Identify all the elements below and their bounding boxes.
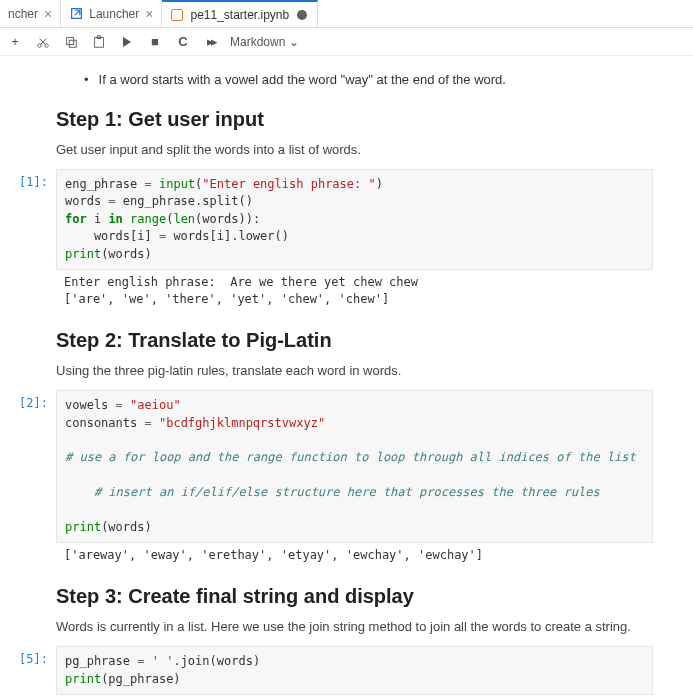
output-prompt <box>0 543 56 568</box>
cell-type-dropdown[interactable]: Markdown ⌄ <box>230 35 299 49</box>
close-icon[interactable]: × <box>145 6 153 22</box>
svg-rect-5 <box>95 37 104 47</box>
code-input[interactable]: eng_phrase = input("Enter english phrase… <box>56 169 653 270</box>
svg-rect-3 <box>67 37 74 44</box>
cell-type-label: Markdown <box>230 35 285 49</box>
step3-heading: Step 3: Create final string and display <box>56 581 653 611</box>
code-cell-2[interactable]: [2]: vowels = "aeiou" consonants = "bcdf… <box>0 390 653 569</box>
output-prompt <box>0 270 56 313</box>
notebook-toolbar: + ■ C ▸▸ Markdown ⌄ <box>0 28 693 56</box>
svg-rect-4 <box>69 40 76 47</box>
run-all-button[interactable]: ▸▸ <box>202 33 220 51</box>
notebook-body: If a word starts with a vowel add the wo… <box>0 56 693 700</box>
step1-heading: Step 1: Get user input <box>56 104 653 134</box>
code-input[interactable]: vowels = "aeiou" consonants = "bcdfghjkl… <box>56 390 653 543</box>
stop-button[interactable]: ■ <box>146 33 164 51</box>
dirty-indicator-icon <box>295 8 309 22</box>
tab-label: Launcher <box>89 7 139 21</box>
cell-output: ['areway', 'eway', 'erethay', 'etyay', '… <box>56 543 653 568</box>
cell-output: rewayaway wayeway rethayeway tyayeway wc… <box>56 695 653 700</box>
tab-bar: ncher × Launcher × pe11_starter.ipynb <box>0 0 693 28</box>
tab-notebook[interactable]: pe11_starter.ipynb <box>162 0 318 27</box>
close-icon[interactable]: × <box>44 6 52 22</box>
code-cell-3[interactable]: [5]: pg_phrase = ' '.join(words) print(p… <box>0 646 653 700</box>
run-button[interactable] <box>118 33 136 51</box>
code-cell-1[interactable]: [1]: eng_phrase = input("Enter english p… <box>0 169 653 313</box>
cell-prompt: [1]: <box>0 169 56 270</box>
tab-label: ncher <box>8 7 38 21</box>
launcher-icon <box>69 7 83 21</box>
tab-launcher[interactable]: Launcher × <box>61 0 162 27</box>
markdown-bullet: If a word starts with a vowel add the wo… <box>84 70 653 90</box>
step2-heading: Step 2: Translate to Pig-Latin <box>56 325 653 355</box>
cell-prompt: [5]: <box>0 646 56 695</box>
chevron-down-icon: ⌄ <box>289 35 299 49</box>
output-prompt <box>0 695 56 700</box>
paste-button[interactable] <box>90 33 108 51</box>
cell-prompt: [2]: <box>0 390 56 543</box>
add-cell-button[interactable]: + <box>6 33 24 51</box>
notebook-icon <box>170 8 184 22</box>
tab-label: pe11_starter.ipynb <box>190 8 289 22</box>
tab-launcher-partial[interactable]: ncher × <box>0 0 61 27</box>
step3-description: Words is currently in a list. Here we us… <box>56 617 653 637</box>
restart-button[interactable]: C <box>174 33 192 51</box>
step1-description: Get user input and split the words into … <box>56 140 653 160</box>
cut-button[interactable] <box>34 33 52 51</box>
step2-description: Using the three pig-latin rules, transla… <box>56 361 653 381</box>
cell-output: Enter english phrase: Are we there yet c… <box>56 270 653 313</box>
copy-button[interactable] <box>62 33 80 51</box>
code-input[interactable]: pg_phrase = ' '.join(words) print(pg_phr… <box>56 646 653 695</box>
